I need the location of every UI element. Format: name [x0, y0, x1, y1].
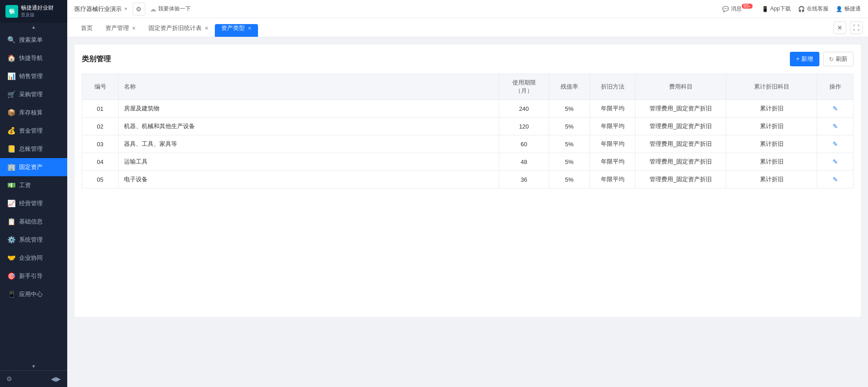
- top-bar-left: 医疗器械行业演示 ▼ ⚙ ☁ 我要体验一下: [74, 3, 718, 15]
- sidebar-item-inventory[interactable]: 📦 库存核算: [0, 104, 67, 122]
- user-button[interactable]: 👤 畅捷通: [836, 5, 861, 13]
- cell-expense-1: 管理费用_固定资产折旧: [635, 118, 726, 135]
- tab-asset-type[interactable]: 资产类型 ✕: [215, 24, 258, 37]
- top-bar-right: 💬 消息 99+ 📱 App下载 🎧 在线客服 👤 畅捷通: [722, 5, 861, 13]
- sidebar-item-system[interactable]: ⚙️ 系统管理: [0, 231, 67, 249]
- cell-op-2: ✎: [817, 135, 853, 153]
- cell-method-0: 年限平均: [590, 100, 635, 118]
- sidebar-item-ledger[interactable]: 📒 总账管理: [0, 140, 67, 158]
- sidebar-item-enterprise-label: 企业协同: [19, 254, 43, 262]
- sidebar-item-fixed-assets-label: 固定资产: [19, 163, 43, 171]
- sidebar-item-search[interactable]: 🔍 搜索菜单: [0, 31, 67, 49]
- tab-asset-type-close[interactable]: ✕: [248, 25, 252, 31]
- sidebar-item-ledger-label: 总账管理: [19, 145, 43, 153]
- cell-expense-3: 管理费用_固定资产折旧: [635, 153, 726, 171]
- sidebar-item-enterprise[interactable]: 🤝 企业协同: [0, 249, 67, 267]
- sidebar-item-salary[interactable]: 💵 工资: [0, 176, 67, 194]
- tab-asset-mgmt-close[interactable]: ✕: [132, 25, 136, 31]
- cell-code-2: 03: [82, 135, 119, 153]
- refresh-label: 刷新: [836, 55, 848, 63]
- col-header-method: 折旧方法: [590, 74, 635, 100]
- capital-icon: 💰: [7, 127, 15, 135]
- cell-code-0: 01: [82, 100, 119, 118]
- sidebar-item-purchase-label: 采购管理: [19, 90, 43, 99]
- table-row: 04 运输工具 48 5% 年限平均 管理费用_固定资产折旧 累计折旧 ✎: [82, 153, 853, 171]
- sidebar-item-capital-label: 资金管理: [19, 127, 43, 135]
- tab-bar: 首页 资产管理 ✕ 固定资产折旧统计表 ✕ 资产类型 ✕ ✕ ⛶: [67, 18, 868, 37]
- sidebar-item-fixed-assets[interactable]: 🏢 固定资产: [0, 158, 67, 176]
- table-row: 01 房屋及建筑物 240 5% 年限平均 管理费用_固定资产折旧 累计折旧 ✎: [82, 100, 853, 118]
- home-icon: 🏠: [7, 54, 15, 62]
- search-icon: 🔍: [7, 36, 15, 44]
- online-service-button[interactable]: 🎧 在线客服: [798, 5, 828, 13]
- system-icon: ⚙️: [7, 236, 15, 244]
- online-service-label: 在线客服: [807, 5, 828, 13]
- sidebar: 畅 畅捷通好业财 普及版 ▲ 🔍 搜索菜单 🏠 快捷导航 📊 销售管理 🛒 采购…: [0, 0, 67, 387]
- sidebar-item-search-label: 搜索菜单: [19, 36, 43, 44]
- user-label: 畅捷通: [844, 5, 861, 13]
- scroll-up-area: ▲: [0, 23, 67, 31]
- sidebar-item-operations[interactable]: 📈 经营管理: [0, 194, 67, 213]
- tab-fixed-depreciation[interactable]: 固定资产折旧统计表 ✕: [142, 24, 215, 37]
- cell-period-1: 120: [499, 118, 549, 135]
- scroll-up-button[interactable]: ▲: [30, 24, 37, 30]
- tab-bar-actions: ✕ ⛶: [828, 18, 868, 37]
- tab-fixed-depreciation-label: 固定资产折旧统计表: [149, 24, 202, 32]
- sidebar-item-capital[interactable]: 💰 资金管理: [0, 122, 67, 140]
- cell-name-4: 电子设备: [119, 171, 499, 189]
- col-header-operation: 操作: [817, 74, 853, 100]
- operations-icon: 📈: [7, 199, 15, 208]
- tab-fixed-depreciation-close[interactable]: ✕: [204, 25, 208, 31]
- top-bar: 医疗器械行业演示 ▼ ⚙ ☁ 我要体验一下 💬 消息 99+ 📱 App下载: [67, 0, 868, 18]
- cell-name-1: 机器、机械和其他生产设备: [119, 118, 499, 135]
- tab-close-button[interactable]: ✕: [833, 21, 846, 34]
- experience-button[interactable]: ☁ 我要体验一下: [150, 5, 191, 13]
- demo-selector[interactable]: 医疗器械行业演示 ▼: [74, 5, 128, 13]
- scroll-down-area: ▼: [0, 362, 67, 370]
- sidebar-item-inventory-label: 库存核算: [19, 109, 43, 117]
- edit-button-0[interactable]: ✎: [833, 105, 838, 112]
- sidebar-item-sales[interactable]: 📊 销售管理: [0, 67, 67, 85]
- app-download-button[interactable]: 📱 App下载: [762, 5, 791, 13]
- message-badge: 99+: [742, 4, 753, 9]
- sidebar-item-basic-info[interactable]: 📋 基础信息: [0, 213, 67, 231]
- edit-button-2[interactable]: ✎: [833, 140, 838, 148]
- data-table: 编号 名称 使用期限（月） 残值率 折旧方法 费用科目 累计折旧科目 操作 01…: [82, 74, 853, 189]
- message-label: 消息: [731, 5, 742, 13]
- refresh-button[interactable]: ↻ 刷新: [823, 52, 853, 66]
- sales-icon: 📊: [7, 72, 15, 80]
- tab-asset-mgmt[interactable]: 资产管理 ✕: [99, 24, 142, 37]
- page-header: 类别管理 + 新增 ↻ 刷新: [82, 52, 853, 66]
- sidebar-item-app-center[interactable]: 📱 应用中心: [0, 285, 67, 303]
- sidebar-item-guide[interactable]: 🎯 新手引导: [0, 267, 67, 285]
- cell-accum-4: 累计折旧: [726, 171, 817, 189]
- table-row: 05 电子设备 36 5% 年限平均 管理费用_固定资产折旧 累计折旧 ✎: [82, 171, 853, 189]
- settings-button[interactable]: ⚙: [133, 3, 145, 15]
- message-button[interactable]: 💬 消息 99+: [722, 5, 754, 13]
- cell-name-3: 运输工具: [119, 153, 499, 171]
- collapse-sidebar-button[interactable]: ◀▶: [51, 375, 61, 382]
- sidebar-item-salary-label: 工资: [19, 181, 31, 189]
- edit-button-3[interactable]: ✎: [833, 158, 838, 165]
- scroll-down-button[interactable]: ▼: [30, 363, 37, 369]
- cloud-icon: ☁: [150, 5, 156, 13]
- app-center-icon: 📱: [7, 290, 15, 298]
- tab-expand-button[interactable]: ⛶: [850, 21, 863, 34]
- sidebar-item-purchase[interactable]: 🛒 采购管理: [0, 85, 67, 104]
- edit-button-1[interactable]: ✎: [833, 123, 838, 130]
- sidebar-footer: ⚙ ◀▶: [0, 370, 67, 387]
- edit-button-4[interactable]: ✎: [833, 176, 838, 183]
- cell-accum-1: 累计折旧: [726, 118, 817, 135]
- col-header-period: 使用期限（月）: [499, 74, 549, 100]
- settings-footer-icon[interactable]: ⚙: [6, 375, 12, 382]
- tab-home[interactable]: 首页: [74, 24, 99, 37]
- col-header-accum: 累计折旧科目: [726, 74, 817, 100]
- cell-period-2: 60: [499, 135, 549, 153]
- sidebar-item-system-label: 系统管理: [19, 236, 43, 244]
- sidebar-item-quick-nav[interactable]: 🏠 快捷导航: [0, 49, 67, 67]
- new-button[interactable]: + 新增: [790, 52, 819, 66]
- user-icon: 👤: [836, 6, 843, 12]
- sidebar-item-basic-info-label: 基础信息: [19, 218, 43, 226]
- cell-accum-2: 累计折旧: [726, 135, 817, 153]
- sidebar-item-quick-nav-label: 快捷导航: [19, 54, 43, 62]
